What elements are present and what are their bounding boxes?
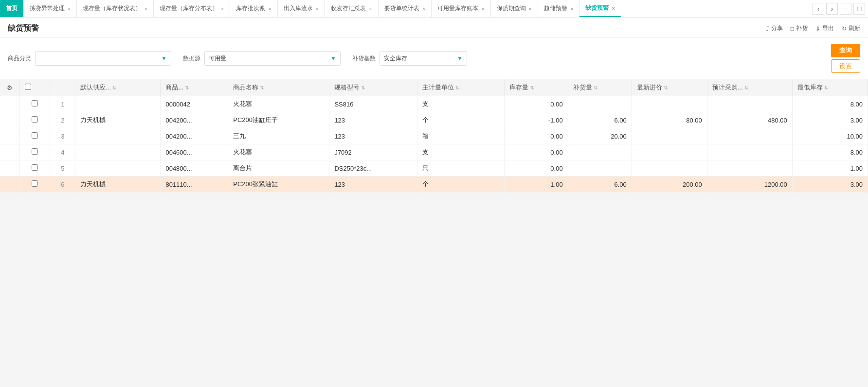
sort-icon-spec[interactable]: ⇅ xyxy=(361,85,365,90)
row-gear-cell xyxy=(0,176,19,193)
datasource-filter-label: 数据源 xyxy=(183,54,200,63)
tab-9-close[interactable]: × xyxy=(529,6,532,12)
row-unit: 只 xyxy=(417,160,504,176)
tab-8-close[interactable]: × xyxy=(481,6,484,12)
row-supplier: 力天机械 xyxy=(75,176,161,193)
row-checkbox[interactable] xyxy=(32,132,38,139)
tab-home-label: 首页 xyxy=(6,4,18,13)
row-min-stock: 3.00 xyxy=(792,112,868,128)
th-checkbox xyxy=(19,79,50,96)
th-estimated-purchase: 预计采购... ⇅ xyxy=(707,79,792,96)
tab-window-minimize[interactable]: − xyxy=(840,3,851,15)
row-spec: SS816 xyxy=(329,96,417,112)
tab-7[interactable]: 要货单统计表 × xyxy=(379,0,432,17)
tab-2-close[interactable]: × xyxy=(144,6,147,12)
replenish-base-chevron-icon: ▼ xyxy=(457,55,463,62)
sort-icon-replenish[interactable]: ⇅ xyxy=(594,85,597,90)
export-button[interactable]: ⇓ 导出 xyxy=(815,24,834,33)
tab-11-label: 缺货预警 xyxy=(585,4,609,12)
row-estimated-purchase: 480.00 xyxy=(707,112,792,128)
row-latest-price xyxy=(632,128,707,144)
tab-7-label: 要货单统计表 xyxy=(384,4,419,13)
tab-scroll-left[interactable]: ‹ xyxy=(813,3,824,15)
category-select[interactable]: ▼ xyxy=(35,51,171,66)
tab-4[interactable]: 库存批次账 × xyxy=(230,0,277,17)
replenish-button[interactable]: □ 补货 xyxy=(791,24,808,33)
row-number: 3 xyxy=(50,128,75,144)
datasource-select[interactable]: 可用量 ▼ xyxy=(204,51,341,66)
table-header: ⚙ 默认供应... ⇅ 商品... xyxy=(0,79,868,96)
settings-button[interactable]: 设置 xyxy=(831,59,860,73)
row-checkbox[interactable] xyxy=(32,164,38,171)
datasource-value: 可用量 xyxy=(209,54,226,63)
sort-icon-supplier[interactable]: ⇅ xyxy=(112,85,116,90)
tab-4-close[interactable]: × xyxy=(268,6,271,12)
tab-bar: 首页 拣货异常处理 × 现存量（库存状况表） × 现存量（库存分布表） × 库存… xyxy=(0,0,868,18)
row-product-code: 004600... xyxy=(161,144,228,160)
tab-2[interactable]: 现存量（库存状况表） × xyxy=(77,0,153,17)
row-unit: 箱 xyxy=(417,128,504,144)
th-latest-price: 最新进价 ⇅ xyxy=(632,79,707,96)
row-product-name: PC200油缸庄子 xyxy=(228,112,329,128)
row-checkbox[interactable] xyxy=(32,100,38,106)
replenish-base-filter-group: 补货基数 安全库存 ▼ xyxy=(352,51,467,66)
row-gear-cell xyxy=(0,96,19,112)
tab-10-close[interactable]: × xyxy=(570,6,573,12)
tab-11[interactable]: 缺货预警 × xyxy=(579,0,621,17)
sort-icon-price[interactable]: ⇅ xyxy=(664,85,668,90)
sort-icon-unit[interactable]: ⇅ xyxy=(455,85,459,90)
row-product-code: 801110... xyxy=(161,176,228,193)
query-button[interactable]: 查询 xyxy=(831,44,860,57)
tab-6[interactable]: 收发存汇总表 × xyxy=(325,0,378,17)
row-checkbox[interactable] xyxy=(32,116,38,123)
sort-icon-name[interactable]: ⇅ xyxy=(260,85,264,90)
th-stock: 库存量 ⇅ xyxy=(504,79,568,96)
refresh-button[interactable]: ↻ 刷新 xyxy=(842,24,860,33)
tab-5-close[interactable]: × xyxy=(316,6,319,12)
row-stock: 0.00 xyxy=(504,160,568,176)
datasource-filter-group: 数据源 可用量 ▼ xyxy=(183,51,341,66)
tab-1[interactable]: 拣货异常处理 × xyxy=(24,0,77,17)
row-checkbox-cell xyxy=(19,176,50,193)
tab-6-close[interactable]: × xyxy=(369,6,372,12)
tab-10[interactable]: 超储预警 × xyxy=(538,0,579,17)
tab-9[interactable]: 保质期查询 × xyxy=(491,0,538,17)
row-gear-cell xyxy=(0,112,19,128)
tab-7-close[interactable]: × xyxy=(422,6,425,12)
tab-10-label: 超储预警 xyxy=(544,4,567,13)
tab-window-maximize[interactable]: □ xyxy=(853,3,865,15)
row-unit: 个 xyxy=(417,112,504,128)
tab-scroll-right[interactable]: › xyxy=(826,3,838,15)
sort-icon-stock[interactable]: ⇅ xyxy=(530,85,534,90)
row-latest-price xyxy=(632,160,707,176)
tab-8[interactable]: 可用量库存账本 × xyxy=(432,0,490,17)
tab-home[interactable]: 首页 xyxy=(0,0,24,17)
row-min-stock: 8.00 xyxy=(792,96,868,112)
tab-3[interactable]: 现存量（库存分布表） × xyxy=(154,0,230,17)
tab-2-label: 现存量（库存状况表） xyxy=(83,4,141,13)
gear-settings-icon[interactable]: ⚙ xyxy=(7,84,13,91)
row-spec: 123 xyxy=(329,112,417,128)
tab-5[interactable]: 出入库流水 × xyxy=(278,0,325,17)
tab-3-close[interactable]: × xyxy=(221,6,224,12)
row-spec: 123 xyxy=(329,128,417,144)
tab-1-close[interactable]: × xyxy=(68,6,71,12)
sort-icon-estimated[interactable]: ⇅ xyxy=(744,85,748,90)
row-checkbox[interactable] xyxy=(32,180,38,187)
row-gear-cell xyxy=(0,144,19,160)
sort-icon-code[interactable]: ⇅ xyxy=(185,85,189,90)
row-checkbox-cell xyxy=(19,112,50,128)
row-min-stock: 10.00 xyxy=(792,128,868,144)
share-button[interactable]: ⤴ 分享 xyxy=(766,24,783,33)
row-product-name: 火花塞 xyxy=(228,144,329,160)
tab-11-close[interactable]: × xyxy=(612,5,615,11)
row-supplier xyxy=(75,144,161,160)
row-gear-cell xyxy=(0,128,19,144)
replenish-base-select[interactable]: 安全库存 ▼ xyxy=(380,51,467,66)
select-all-checkbox[interactable] xyxy=(25,84,31,90)
row-checkbox[interactable] xyxy=(32,148,38,155)
replenish-label: 补货 xyxy=(796,24,808,33)
tab-8-label: 可用量库存账本 xyxy=(437,4,478,13)
sort-icon-min-stock[interactable]: ⇅ xyxy=(824,85,828,90)
row-unit: 支 xyxy=(417,96,504,112)
